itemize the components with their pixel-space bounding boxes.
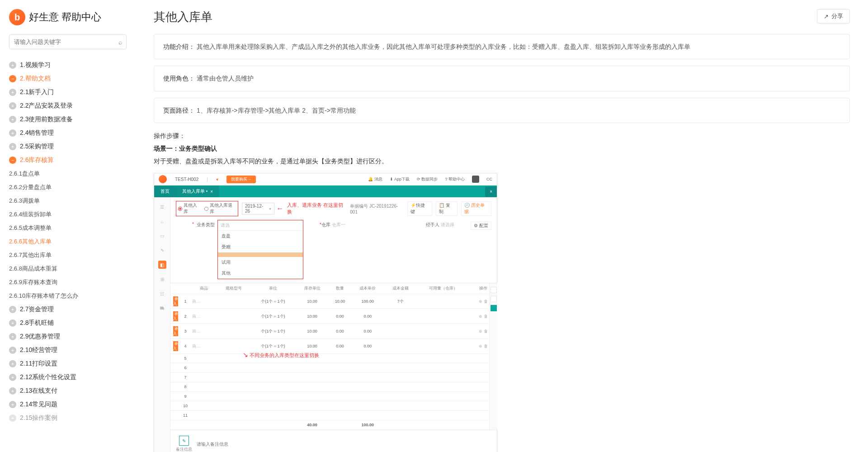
nav-label: 2.6.8商品成本重算 <box>9 265 57 273</box>
nav-label: 2.2产品安装及登录 <box>20 102 73 110</box>
avatar-icon <box>472 176 479 183</box>
nav-2-2[interactable]: 2.2产品安装及登录 <box>9 99 127 113</box>
plus-icon <box>9 129 16 137</box>
scene1-desc: 对于受赠、盘盈或是拆装入库等不同的业务，是通过单据头【业务类型】进行区分。 <box>154 155 850 167</box>
nav-label: 2.12系统个性化设置 <box>20 373 76 381</box>
screenshot-panel: TEST-H002 | ▾ 我要购买→ 🔔 消息 ⬇ App下载 ⟳ 数据同步 … <box>154 173 497 452</box>
role-text: 通常由仓管人员维护 <box>197 75 254 82</box>
page-title: 其他入库单 <box>154 9 212 25</box>
remark-label: 备注信息 <box>176 447 192 452</box>
nav-2-6-4[interactable]: 2.6.4组装拆卸单 <box>9 208 127 221</box>
sync-link: ⟳ 数据同步 <box>417 176 438 182</box>
share-label: 分享 <box>831 12 843 20</box>
handler-label: 经手人 请选择 <box>426 222 454 228</box>
copy-btn: 📋 复制 <box>436 201 458 216</box>
role-label: 使用角色： <box>163 75 195 82</box>
nav-label: 2.5采购管理 <box>20 143 54 151</box>
nav-label: 2.8手机旺铺 <box>20 319 54 327</box>
nav-label: 2.6.3调拨单 <box>9 197 40 205</box>
plus-icon <box>9 347 16 354</box>
nav-2-6[interactable]: 2.6库存核算 <box>9 153 127 167</box>
nav-2-3[interactable]: 2.3使用前数据准备 <box>9 113 127 126</box>
nav-label: 2.4销售管理 <box>20 129 54 137</box>
side-icon <box>491 287 497 293</box>
nav-2-4[interactable]: 2.4销售管理 <box>9 126 127 140</box>
plus-icon <box>9 143 16 150</box>
table-row: 录入4商…个(1个 = 1个)10.000.000.00⊕ 🗑 <box>170 339 497 354</box>
table-row: 5 <box>170 354 497 363</box>
share-button[interactable]: ↗ 分享 <box>817 9 850 24</box>
nav-2-11[interactable]: 2.11打印设置 <box>9 357 127 371</box>
app-account: TEST-H002 <box>175 177 198 182</box>
path-label: 页面路径： <box>163 107 195 114</box>
radio-in: 其他入库 <box>178 202 201 215</box>
table-row: 录入1商…个(1个 = 1个)10.0010.00100.007个⊕ 🗑 <box>170 294 497 309</box>
nav-2-6-1[interactable]: 2.6.1盘点单 <box>9 167 127 181</box>
remark-input <box>197 442 491 447</box>
nav-2-14[interactable]: 2.14常见问题 <box>9 398 127 411</box>
intro-box: 功能介绍： 其他入库单用来处理除采购入库、产成品入库之外的其他入库业务，因此其他… <box>154 34 850 59</box>
steps-label: 操作步骤： <box>154 129 850 142</box>
intro-text: 其他入库单用来处理除采购入库、产成品入库之外的其他入库业务，因此其他入库单可处理… <box>197 43 690 50</box>
nav-label: 2.9优惠券管理 <box>20 333 60 341</box>
sidebar-nav: 1.视频学习 2.帮助文档 2.1新手入门 2.2产品安装及登录 2.3使用前数… <box>9 58 127 425</box>
nav-help-docs[interactable]: 2.帮助文档 <box>9 72 127 86</box>
annotation-1: 入库、退库业务 在这里切换 <box>287 202 346 215</box>
nav-video-learning[interactable]: 1.视频学习 <box>9 58 127 72</box>
path-box: 页面路径： 1、库存核算->库存管理->其他入库单 2、首页->常用功能 <box>154 98 850 123</box>
plus-icon <box>9 319 16 327</box>
table-row: 11 <box>170 411 497 420</box>
rail-icon: ⊞ <box>158 275 166 283</box>
plus-icon <box>9 62 16 69</box>
rail-icon: ⛟ <box>158 304 166 312</box>
nav-label: 2.1新手入门 <box>20 88 54 96</box>
nav-2-8[interactable]: 2.8手机旺铺 <box>9 316 127 330</box>
nav-label: 2.6.2分量盘点单 <box>9 183 52 191</box>
nav-label: 2.6库存核算 <box>20 156 54 164</box>
biz-label: 业务类型 <box>197 222 215 228</box>
nav-2-13[interactable]: 2.13在线支付 <box>9 384 127 398</box>
nav-2-5[interactable]: 2.5采购管理 <box>9 140 127 153</box>
biz-type-radio-group: 其他入库 其他入库退库 <box>176 201 238 216</box>
plus-icon <box>9 401 16 408</box>
plus-icon <box>9 306 16 313</box>
nav-2-6-5[interactable]: 2.6.5成本调整单 <box>9 221 127 235</box>
nav-label: 2.14常见问题 <box>20 400 57 409</box>
nav-2-6-3[interactable]: 2.6.3调拨单 <box>9 194 127 208</box>
nav-2-15[interactable]: 2.15操作案例 <box>9 411 127 425</box>
nav-label: 2.6.4组装拆卸单 <box>9 210 52 219</box>
plus-icon <box>9 116 16 123</box>
plus-icon <box>9 102 16 109</box>
nav-2-1[interactable]: 2.1新手入门 <box>9 86 127 99</box>
nav-2-6-10[interactable]: 2.6.10库存账本错了怎么办 <box>9 289 127 303</box>
nav-2-12[interactable]: 2.12系统个性化设置 <box>9 371 127 384</box>
minus-icon <box>9 157 16 164</box>
scene1-title: 场景一：业务类型确认 <box>154 145 217 152</box>
nav-label: 2.13在线支付 <box>20 387 57 395</box>
nav-2-9[interactable]: 2.9优惠券管理 <box>9 330 127 343</box>
search-input[interactable] <box>9 34 127 49</box>
rail-icon: ✎ <box>158 246 166 254</box>
path-text: 1、库存核算->库存管理->其他入库单 2、首页->常用功能 <box>197 107 356 114</box>
help-link: ? 帮助中心 <box>445 176 465 182</box>
nav-label: 2.15操作案例 <box>20 414 57 422</box>
logo: b 好生意 帮助中心 <box>9 9 127 25</box>
search-icon[interactable]: ⌕ <box>118 38 122 46</box>
nav-2-7[interactable]: 2.7资金管理 <box>9 303 127 316</box>
nav-2-6-9[interactable]: 2.6.9库存账本查询 <box>9 276 127 289</box>
nav-label: 2.6.10库存账本错了怎么办 <box>9 292 78 300</box>
nav-label: 2.6.7其他出库单 <box>9 251 52 259</box>
nav-2-6-8[interactable]: 2.6.8商品成本重算 <box>9 262 127 276</box>
nav-2-6-7[interactable]: 2.6.7其他出库单 <box>9 248 127 262</box>
plus-icon <box>9 374 16 381</box>
table-row: 9 <box>170 392 497 401</box>
plus-icon <box>9 333 16 340</box>
warehouse-label: *仓库 仓库一 <box>320 222 345 228</box>
nav-2-6-2[interactable]: 2.6.2分量盘点单 <box>9 181 127 194</box>
nav-label: 2.10经营管理 <box>20 346 57 354</box>
nav-2-6-6[interactable]: 2.6.6其他入库单 <box>9 235 127 248</box>
nav-label: 2.帮助文档 <box>20 75 51 83</box>
rail-icon: ⌂ <box>158 217 166 225</box>
tab-close-icon: × <box>485 186 497 197</box>
nav-2-10[interactable]: 2.10经营管理 <box>9 343 127 357</box>
